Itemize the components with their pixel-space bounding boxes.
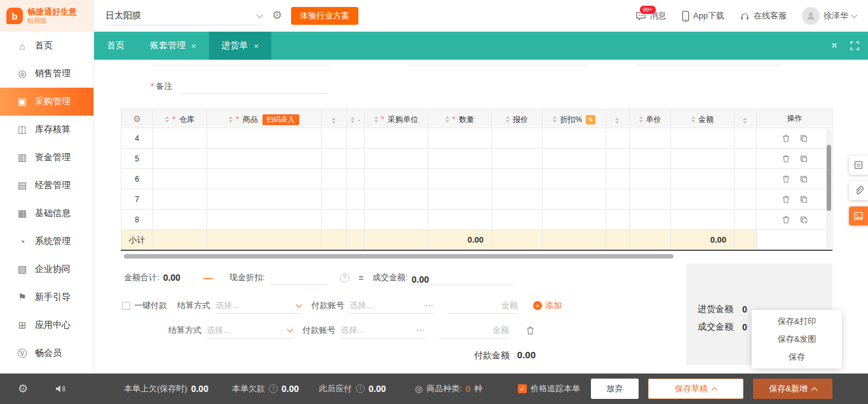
save-draft-button[interactable]: 保存草稿 xyxy=(648,379,743,399)
cell-product[interactable] xyxy=(207,169,322,189)
cell-qty[interactable] xyxy=(428,128,492,149)
col-warehouse[interactable]: *仓库 xyxy=(153,109,207,128)
cell-amount[interactable] xyxy=(671,210,735,230)
tab-purchase-order[interactable]: 进货单× xyxy=(209,32,272,60)
sort-icon[interactable] xyxy=(639,116,643,123)
cell-discount[interactable] xyxy=(543,189,606,210)
info-icon[interactable]: ? xyxy=(269,384,278,393)
cell-qty[interactable] xyxy=(428,149,492,169)
sort-icon[interactable] xyxy=(615,118,619,124)
copy-row-icon[interactable] xyxy=(799,175,808,184)
delete-row-icon[interactable] xyxy=(782,154,790,163)
notes-tool-button[interactable] xyxy=(849,156,868,175)
cell-extra[interactable] xyxy=(606,149,630,169)
user-menu[interactable]: 徐泽华 xyxy=(802,7,857,25)
account-select[interactable]: 日太阳膜 xyxy=(105,6,262,25)
col-amount[interactable]: 金额 xyxy=(671,109,735,128)
copy-row-icon[interactable] xyxy=(799,154,808,163)
cell-extra[interactable] xyxy=(347,210,365,230)
cell-extra[interactable] xyxy=(735,128,757,149)
cell-discount[interactable] xyxy=(543,169,606,189)
help-icon[interactable]: ? xyxy=(340,273,349,283)
cell-extra[interactable] xyxy=(322,149,347,169)
menu-item-save[interactable]: 保存 xyxy=(752,348,842,366)
gear-icon[interactable]: ⚙ xyxy=(133,114,141,124)
column-settings[interactable]: ⚙ xyxy=(121,109,153,128)
sidebar-item-purchase[interactable]: ▣采购管理 xyxy=(0,88,93,116)
form-field-underline[interactable] xyxy=(153,65,330,65)
sidebar-item-base-info[interactable]: ▦基础信息 xyxy=(0,199,93,227)
table-vertical-scrollbar-thumb[interactable] xyxy=(827,145,831,211)
col-qty[interactable]: *数量 xyxy=(428,109,492,128)
price-track-checkbox[interactable]: ✓ xyxy=(518,384,527,393)
close-all-icon[interactable]: × xyxy=(831,39,837,52)
remark-input[interactable] xyxy=(181,81,329,94)
cell-extra[interactable] xyxy=(735,210,757,230)
copy-row-icon[interactable] xyxy=(799,134,808,143)
cell-qty[interactable] xyxy=(428,210,492,230)
copy-row-icon[interactable] xyxy=(799,215,808,224)
form-field-underline[interactable] xyxy=(635,65,782,65)
cell-amount[interactable] xyxy=(671,149,735,169)
pay-amount-input[interactable]: 金额 xyxy=(448,297,518,314)
sidebar-item-funds[interactable]: ▥资金管理 xyxy=(0,144,93,172)
cell-product[interactable] xyxy=(207,149,322,169)
cell-extra[interactable] xyxy=(322,210,347,230)
cell-extra[interactable] xyxy=(606,210,630,230)
settle-method-select[interactable]: 选择... xyxy=(215,297,301,314)
speaker-icon[interactable] xyxy=(55,384,66,394)
cell-price[interactable] xyxy=(630,149,671,169)
trial-solution-button[interactable]: 体验行业方案 xyxy=(291,7,358,25)
settle-method-select[interactable]: 选择... xyxy=(207,322,292,339)
cell-quote[interactable] xyxy=(492,169,543,189)
sidebar-item-collab[interactable]: ▧企业协同 xyxy=(0,255,93,283)
cell-amount[interactable] xyxy=(671,169,735,189)
pay-account-select[interactable]: 选择...⋯ xyxy=(341,322,425,339)
col-quote[interactable]: 报价 xyxy=(492,109,543,128)
discard-button[interactable]: 放弃 xyxy=(591,379,639,399)
sidebar-item-sales[interactable]: ◎销售管理 xyxy=(0,60,93,88)
gear-icon[interactable]: ⚙ xyxy=(18,382,28,396)
cell-extra[interactable] xyxy=(347,149,365,169)
sort-icon[interactable] xyxy=(374,116,378,123)
cell-quote[interactable] xyxy=(492,189,543,210)
col-extra-3[interactable] xyxy=(606,109,630,128)
sidebar-item-inventory[interactable]: ◫库存核算 xyxy=(0,116,93,144)
close-icon[interactable]: × xyxy=(254,41,259,51)
sidebar-item-apps[interactable]: ⊞应用中心 xyxy=(0,311,93,339)
app-download-button[interactable]: App下载 xyxy=(682,10,724,22)
cell-extra[interactable] xyxy=(322,189,347,210)
cell-unit[interactable] xyxy=(365,169,428,189)
edit-discount-icon[interactable]: ✎ xyxy=(586,115,595,125)
cell-extra[interactable] xyxy=(735,189,757,210)
messages-button[interactable]: 99+ 消息 xyxy=(635,10,667,22)
cell-extra[interactable] xyxy=(606,128,630,149)
cell-unit[interactable] xyxy=(365,149,428,169)
online-support-button[interactable]: 在线客服 xyxy=(740,10,787,22)
cell-product[interactable] xyxy=(207,189,322,210)
cell-warehouse[interactable] xyxy=(153,189,207,210)
settings-gear-icon[interactable]: ⚙ xyxy=(272,8,282,22)
cell-extra[interactable] xyxy=(606,189,630,210)
cell-unit[interactable] xyxy=(365,210,428,230)
sidebar-item-system[interactable]: ◔系统管理 xyxy=(0,227,93,255)
cell-amount[interactable] xyxy=(671,189,735,210)
cell-qty[interactable] xyxy=(428,189,492,210)
col-discount[interactable]: 折扣%✎ xyxy=(543,109,606,128)
cell-quote[interactable] xyxy=(492,149,543,169)
sort-icon[interactable] xyxy=(691,116,695,123)
tab-account-management[interactable]: 账套管理× xyxy=(137,32,209,60)
cash-discount-input[interactable] xyxy=(270,271,326,285)
col-extra-1[interactable] xyxy=(322,109,347,128)
cell-product[interactable] xyxy=(207,210,322,230)
cell-warehouse[interactable] xyxy=(153,128,207,149)
cell-extra[interactable] xyxy=(347,189,365,210)
scan-entry-button[interactable]: 扫码录入 xyxy=(262,114,299,125)
sort-icon[interactable] xyxy=(351,117,355,123)
save-and-new-button[interactable]: 保存&新增 xyxy=(753,379,832,399)
sidebar-item-guide[interactable]: ⚑新手引导 xyxy=(0,283,93,311)
cell-price[interactable] xyxy=(630,189,671,210)
sort-icon[interactable] xyxy=(553,116,557,123)
col-extra-2[interactable]: · xyxy=(347,109,365,128)
sort-icon[interactable] xyxy=(332,118,336,124)
